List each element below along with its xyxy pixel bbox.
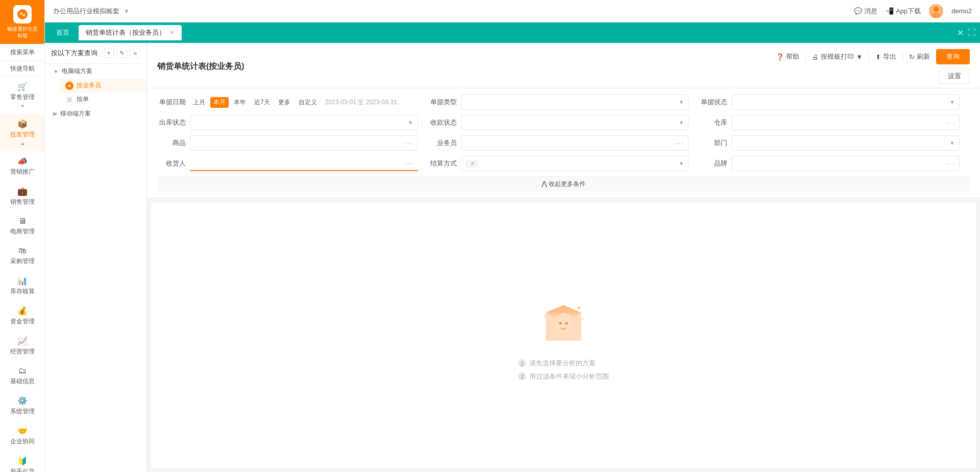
product-select[interactable]: ··· (190, 135, 418, 151)
app-download-button[interactable]: 📲 App下载 (886, 7, 921, 16)
date-tab-this-month[interactable]: 本月 (210, 97, 229, 108)
export-button[interactable]: ⬆ 导出 (875, 52, 896, 61)
svg-point-3 (932, 13, 940, 18)
product-dots-icon: ··· (404, 139, 413, 147)
pay-status-arrow-icon: ▼ (678, 120, 684, 126)
receiver-input[interactable]: ··· (190, 156, 418, 171)
refresh-icon: ↻ (909, 53, 915, 61)
collapse-bar[interactable]: ⋀ 收起更多条件 (157, 176, 970, 192)
top-header-left: 办公用品行业模拟账套 ▼ (53, 7, 130, 16)
salesperson-dots-icon: ··· (675, 139, 684, 147)
brand-dots-icon: ··· (946, 159, 955, 168)
query-button[interactable]: 查询 (936, 49, 970, 64)
filter-doc-status: 单据状态 ▼ (699, 95, 970, 110)
svg-point-7 (566, 322, 568, 325)
date-label: 单据日期 (157, 98, 186, 107)
out-status-select[interactable]: ▼ (190, 115, 418, 130)
filter-row-4: 收货人 ··· 结算方式 ✕ ▼ (157, 156, 970, 171)
warehouse-select[interactable]: ··· (731, 115, 960, 130)
active-indicator: ● (65, 82, 74, 90)
tree-children-desktop: ● 按业务员 ⊞ 按单 (45, 79, 146, 106)
warehouse-dots-icon: ··· (946, 119, 955, 127)
download-icon: 📲 (886, 7, 894, 15)
left-panel-title: 按以下方案查询 (51, 49, 97, 58)
sidebar-item-purchase[interactable]: 🛍 采购管理 (0, 241, 44, 271)
logo-text: 畅捷通好生意 标版 (7, 26, 38, 39)
date-tab-custom[interactable]: 自定义 (296, 97, 320, 108)
tab-bar: 首页 销货单统计表（按业务员） ✕ ✕ ⛶ (45, 22, 980, 43)
date-range-text: 2023-03-01 至 2023-03-31 (325, 98, 397, 107)
sidebar-item-enterprise[interactable]: 🤝 企业协同 (0, 421, 44, 451)
add-scheme-button[interactable]: + (104, 48, 114, 58)
page-header-right: ❓ 帮助 🖨 按模板打印 ▼ ⬆ 导出 (776, 49, 970, 84)
brand-select[interactable]: ··· (731, 156, 960, 171)
date-tab-last-month[interactable]: 上月 (190, 97, 208, 108)
out-status-label: 出库状态 (157, 118, 186, 127)
tab-maximize-icon[interactable]: ⛶ (968, 28, 976, 38)
message-icon: 💬 (854, 7, 862, 15)
tree-node-mobile[interactable]: ▶ 移动端方案 (45, 106, 146, 121)
svg-text:✦: ✦ (581, 317, 584, 321)
sidebar-item-newbie[interactable]: 🔰 新手引导 (0, 451, 44, 472)
ecommerce-icon: 🖥 (18, 217, 27, 226)
enterprise-icon: 🤝 (17, 426, 28, 436)
date-tab-more[interactable]: 更多 (275, 97, 293, 108)
settings-button[interactable]: 设置 (939, 68, 970, 84)
sidebar-item-retail[interactable]: 🛒 零售管理 ▼ (0, 77, 44, 114)
edit-scheme-button[interactable]: ✎ (117, 48, 127, 58)
template-print-button[interactable]: 🖨 按模板打印 ▼ (812, 52, 863, 61)
filter-salesperson: 业务员 ··· (428, 135, 699, 151)
step2-text: 用过滤条件来缩小分析范围 (529, 370, 609, 383)
doc-status-select[interactable]: ▼ (731, 95, 960, 110)
sidebar-item-ecommerce[interactable]: 🖥 电商管理 (0, 211, 44, 241)
date-filter: 上月 本月 本年 近7天 更多 自定义 2023-03-01 至 2023-03… (190, 97, 418, 108)
tree-label-mobile: 移动端方案 (60, 109, 91, 118)
sidebar-item-wholesale[interactable]: 📦 批发管理 ▲ (0, 114, 44, 151)
doc-type-arrow-icon: ▼ (678, 99, 684, 105)
tree-item-by-salesperson[interactable]: ● 按业务员 (59, 79, 146, 92)
help-button[interactable]: ❓ 帮助 (776, 52, 799, 61)
sidebar-item-finance[interactable]: 💰 资金管理 (0, 301, 44, 331)
receiver-dots-icon: ··· (405, 159, 414, 167)
pay-status-select[interactable]: ▼ (461, 115, 689, 130)
tab-close-all-icon[interactable]: ✕ (957, 28, 964, 38)
step2-num: 2 (518, 372, 526, 381)
filter-brand: 品牌 ··· (699, 156, 970, 171)
message-button[interactable]: 💬 消息 (854, 7, 877, 16)
sidebar-item-marketing[interactable]: 📣 营销推广 (0, 151, 44, 181)
filter-doc-type: 单据类型 ▼ (428, 95, 699, 110)
salesperson-select[interactable]: ··· (461, 135, 689, 151)
purchase-icon: 🛍 (18, 246, 27, 255)
tab-sales-stat[interactable]: 销货单统计表（按业务员） ✕ (79, 25, 182, 40)
sidebar-quicknav[interactable]: 快捷导航 (0, 61, 44, 77)
svg-point-5 (554, 318, 573, 333)
sidebar-item-inventory[interactable]: 📊 库存核算 (0, 271, 44, 301)
sidebar-item-sales[interactable]: 💼 销售管理 (0, 181, 44, 211)
tab-home[interactable]: 首页 (49, 25, 77, 40)
sidebar-item-operation[interactable]: 📈 经营管理 (0, 331, 44, 361)
tree-item-by-order[interactable]: ⊞ 按单 (59, 92, 146, 106)
date-tab-last7[interactable]: 近7天 (251, 97, 273, 108)
settlement-label: 结算方式 (428, 159, 457, 168)
filter-product: 商品 ··· (157, 135, 428, 151)
sidebar-item-system[interactable]: ⚙️ 系统管理 (0, 391, 44, 421)
step1-num: 1 (518, 359, 526, 367)
filter-row-1: 单据日期 上月 本月 本年 近7天 更多 自定义 2023-03-01 至 20… (157, 95, 970, 110)
date-tab-this-year[interactable]: 本年 (231, 97, 249, 108)
refresh-button[interactable]: ↻ 刷新 (909, 52, 930, 61)
doc-type-select[interactable]: ▼ (461, 95, 689, 110)
tree-node-desktop[interactable]: ▼ 电脑端方案 (45, 64, 146, 79)
tab-close-icon[interactable]: ✕ (169, 29, 175, 36)
username-label[interactable]: demo2 (951, 7, 972, 15)
wholesale-icon: 📦 (17, 119, 28, 129)
sidebar-search[interactable]: 搜索菜单 (0, 44, 44, 61)
department-select[interactable]: ▼ (731, 135, 960, 151)
order-icon: ⊞ (65, 96, 74, 104)
avatar[interactable] (929, 4, 943, 18)
svg-text:✦: ✦ (543, 314, 547, 319)
collapse-panel-button[interactable]: « (130, 48, 140, 58)
settlement-select[interactable]: ✕ ▼ (461, 156, 689, 171)
settlement-clear-icon[interactable]: ✕ (470, 160, 475, 167)
sidebar-item-basic[interactable]: 🗂 基础信息 (0, 361, 44, 391)
logo-icon (13, 5, 32, 23)
